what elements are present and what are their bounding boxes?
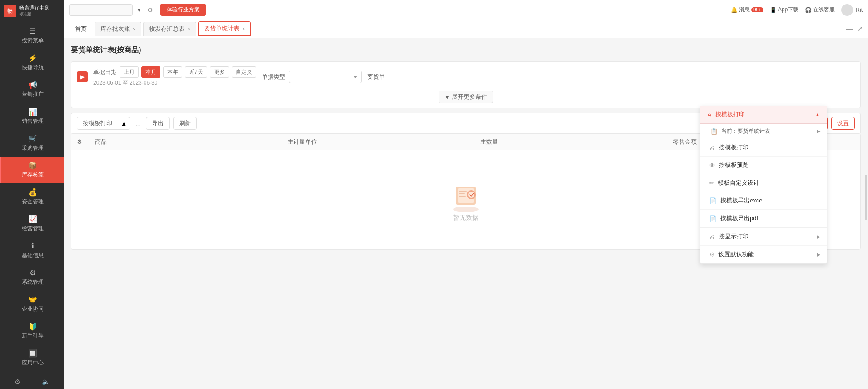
sidebar-item-newguide[interactable]: 🔰 新手引导 [0,318,64,344]
search-input[interactable] [69,4,133,16]
tab-receipt-close[interactable]: × [187,26,190,32]
tab-order-stats[interactable]: 要货单统计表 × [198,21,251,36]
settings-footer-icon[interactable]: ⚙ [15,378,20,385]
sidebar-item-system[interactable]: ⚙ 系统管理 [0,264,64,291]
sidebar-item-inventory[interactable]: 📦 库存核算 [0,157,64,183]
tab-batch-account-close[interactable]: × [133,26,135,32]
sidebar-item-operation[interactable]: 📈 经营管理 [0,210,64,237]
template-pdf-label: 按模板导出pdf [720,214,758,222]
tab-home-label: 首页 [75,25,87,33]
tab-order-stats-close[interactable]: × [242,26,245,31]
template-pdf-item[interactable]: 📄 按模板导出pdf [700,210,827,227]
mobile-icon: 📱 [770,7,777,13]
bell-icon: 🔔 [731,7,738,13]
collab-icon: 🤝 [28,295,37,304]
date-filter-section: 单据日期 上月 本月 本年 近7天 更多 自定义 2023-06-01 至 20… [93,66,256,87]
custom-btn[interactable]: 自定义 [232,66,256,78]
search-dropdown-chevron[interactable]: ▼ [136,7,142,13]
type-filter-label: 单据类型 [262,73,285,81]
goods-filter-section: 要货单 [367,73,385,81]
speaker-footer-icon[interactable]: 🔈 [42,378,50,385]
export-btn[interactable]: 导出 [146,117,170,130]
settings-btn[interactable]: 设置 [831,117,855,130]
preview-item-icon: 👁 [709,162,715,169]
settings-gear-icon[interactable]: ⚙ [147,6,153,14]
template-preview-item[interactable]: 👁 按模板预览 [700,157,827,174]
template-print-item[interactable]: 🖨 按模板打印 [700,139,827,157]
pdf-item-icon: 📄 [709,215,717,222]
default-func-item[interactable]: ⚙ 设置默认功能 ▶ [700,246,827,263]
action-left: 按模板打印 ▲ ... 导出 刷新 [77,117,197,130]
default-func-label: 设置默认功能 [718,250,754,258]
inventory-icon: 📦 [28,161,37,170]
prev-month-btn[interactable]: 上月 [120,66,139,78]
tab-receipt-summary-label: 收发存汇总表 [149,25,185,33]
app-download-item[interactable]: 📱 App下载 [770,6,798,14]
type-filter-section: 单据类型 [262,71,362,83]
sidebar-item-label: 基础信息 [22,252,44,259]
current-template-item[interactable]: 📋 当前：要货单统计表 ▶ [700,124,827,139]
tab-batch-account-label: 库存批次账 [100,25,130,33]
sidebar-item-purchase[interactable]: 🛒 采购管理 [0,130,64,157]
sidebar-item-sales[interactable]: 📊 销售管理 [0,103,64,130]
tab-controls: — ⤢ [846,25,863,33]
username-text: Rit [856,7,863,13]
tab-receipt-summary[interactable]: 收发存汇总表 × [143,22,196,36]
search-icon: ☰ [30,27,36,35]
main-area: ▼ ⚙ 体验行业方案 🔔 消息 99+ 📱 App下载 🎧 在线客服 Rit [64,0,868,389]
expand-more-label: 展开更多条件 [452,93,487,101]
current-year-btn[interactable]: 本年 [163,66,182,78]
topbar: ▼ ⚙ 体验行业方案 🔔 消息 99+ 📱 App下载 🎧 在线客服 Rit [64,0,868,20]
tabbar: 首页 库存批次账 × 收发存汇总表 × 要货单统计表 × — ⤢ [64,20,868,38]
refresh-btn[interactable]: 刷新 [173,117,197,130]
sidebar-item-appstore[interactable]: 🔲 应用中心 [0,344,64,371]
type-filter-select[interactable] [289,71,362,83]
online-service-item[interactable]: 🎧 在线客服 [805,6,835,14]
scrollbar-thumb[interactable] [865,175,867,220]
logo-area: 畅 畅康通好生意 标准版 [0,0,64,22]
tab-home[interactable]: 首页 [69,22,93,36]
logo-text-area: 畅康通好生意 标准版 [19,5,49,17]
newguide-icon: 🔰 [28,322,37,331]
sidebar-item-basic[interactable]: ℹ 基础信息 [0,237,64,264]
filter-expand-icon[interactable]: ▶ [77,71,88,82]
operation-icon: 📈 [28,215,37,223]
topbar-right: 🔔 消息 99+ 📱 App下载 🎧 在线客服 Rit [731,4,863,16]
template-print-label: 按模板打印 [719,143,748,152]
logo-icon: 畅 [4,5,16,17]
sidebar-item-label: 库存核算 [22,171,44,179]
display-print-item[interactable]: 🖨 按显示打印 ▶ [700,228,827,246]
table-col-gear[interactable]: ⚙ [71,138,90,145]
expand-more-btn[interactable]: ▼ 展开更多条件 [439,91,494,103]
sidebar: 畅 畅康通好生意 标准版 ☰ 搜索菜单 ⚡ 快捷导航 📢 营销推广 📊 销售管理… [0,0,64,389]
7days-btn[interactable]: 近7天 [185,66,207,78]
template-design-item[interactable]: ✏ 模板自定义设计 [700,174,827,192]
print-dropdown-close-arrow[interactable]: ▲ [815,111,820,118]
tab-batch-account[interactable]: 库存批次账 × [95,22,141,36]
sidebar-item-marketing[interactable]: 📢 营销推广 [0,76,64,103]
template-excel-item[interactable]: 📄 按模板导出excel [700,192,827,210]
quicknav-icon: ⚡ [28,54,37,62]
display-print-icon: 🖨 [709,233,715,240]
sidebar-item-label: 采购管理 [22,144,44,152]
headset-icon: 🎧 [805,7,812,13]
user-area[interactable]: Rit [841,4,863,16]
sidebar-nav: ☰ 搜索菜单 ⚡ 快捷导航 📢 营销推广 📊 销售管理 🛒 采购管理 📦 库存核… [0,22,64,374]
trial-btn[interactable]: 体验行业方案 [160,4,206,16]
sidebar-item-label: 企业协同 [22,305,44,313]
tab-minimize-btn[interactable]: — [846,25,853,33]
app-name: 畅康通好生意 [19,5,49,11]
gear-icon[interactable]: ⚙ [77,138,82,145]
more-btn[interactable]: 更多 [210,66,229,78]
sidebar-item-finance[interactable]: 💰 资金管理 [0,183,64,210]
notification-count: 99+ [751,7,763,12]
current-month-btn[interactable]: 本月 [141,66,160,78]
tab-maximize-btn[interactable]: ⤢ [857,25,863,33]
print-dropdown-arrow-btn[interactable]: ▲ [118,118,130,129]
sidebar-item-search[interactable]: ☰ 搜索菜单 [0,22,64,49]
print-template-btn[interactable]: 按模板打印 [77,117,118,129]
notification-item[interactable]: 🔔 消息 99+ [731,6,763,14]
sidebar-item-quicknav[interactable]: ⚡ 快捷导航 [0,49,64,76]
sidebar-item-collab[interactable]: 🤝 企业协同 [0,291,64,318]
expand-row: ▼ 展开更多条件 [77,91,855,103]
